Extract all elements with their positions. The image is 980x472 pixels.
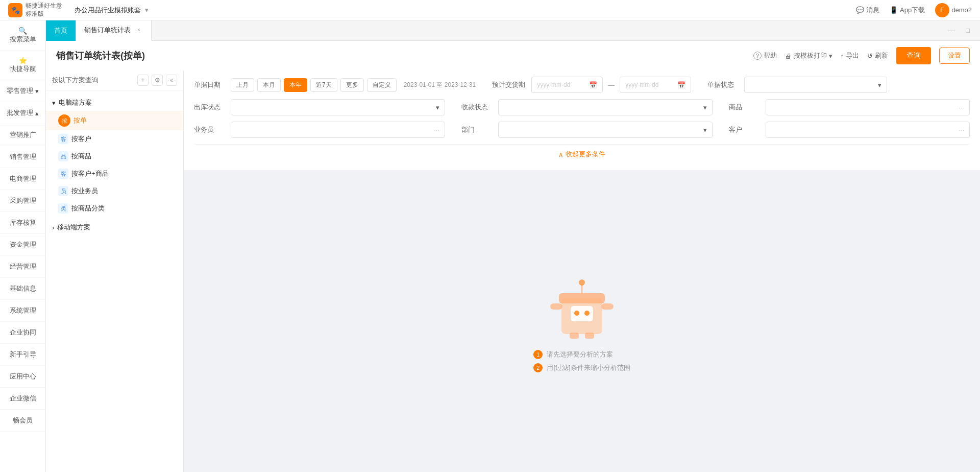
tab-bar: 首页 销售订单统计表 × — □ xyxy=(46,20,980,41)
custom-date-btn[interactable]: 自定义 xyxy=(367,78,397,92)
sidebar-item-enterprise[interactable]: 企业协同 xyxy=(0,322,45,344)
svg-rect-1 xyxy=(559,293,605,303)
sidebar-item-search[interactable]: 🔍 搜索菜单 xyxy=(0,20,45,51)
add-scheme-button[interactable]: + xyxy=(137,75,149,86)
svg-rect-2 xyxy=(571,306,593,321)
salesperson-more-icon: ··· xyxy=(434,126,439,134)
tab-maximize-button[interactable]: □ xyxy=(962,25,974,37)
ship-status-label: 出库状态 xyxy=(194,103,225,112)
sidebar-item-shortcut[interactable]: ⭐ 快捷导航 xyxy=(0,51,45,80)
this-year-btn[interactable]: 本年 xyxy=(284,78,307,92)
help-button[interactable]: ? 帮助 xyxy=(753,51,777,60)
logo-text: 畅捷通好生意 标准版 xyxy=(26,2,62,18)
sidebar-item-wholesale[interactable]: 批发管理 ▴ xyxy=(0,102,45,124)
tree-item-by-goods[interactable]: 品 按商品 xyxy=(46,148,183,165)
tab-minimize-button[interactable]: — xyxy=(945,25,958,37)
expected-date-start[interactable]: yyyy-mm-dd 📅 xyxy=(531,77,603,93)
goods-more-icon: ··· xyxy=(959,104,964,111)
query-button[interactable]: 查询 xyxy=(896,47,931,64)
download-icon: 📱 xyxy=(890,6,898,14)
tree-item-by-order[interactable]: 按 按单 xyxy=(46,111,183,130)
pay-status-select[interactable]: ▾ xyxy=(498,99,713,115)
status-dropdown-icon: ▾ xyxy=(878,81,881,89)
svg-rect-6 xyxy=(585,333,594,339)
tree-mobile-section[interactable]: › 移动端方案 xyxy=(46,219,183,235)
sidebar-item-member[interactable]: 畅会员 xyxy=(0,410,45,432)
date-buttons-group: 上月 本月 本年 近7天 更多 自定义 2023-01-01 至 2023-12… xyxy=(231,78,476,92)
sidebar-item-operations[interactable]: 经营管理 xyxy=(0,256,45,278)
message-button[interactable]: 💬 消息 xyxy=(856,6,879,15)
collapse-conditions-button[interactable]: ∧ 收起更多条件 xyxy=(194,144,970,164)
sidebar-item-inventory[interactable]: 库存核算 xyxy=(0,212,45,234)
sidebar-item-retail[interactable]: 零售管理 ▾ xyxy=(0,80,45,102)
pay-status-dropdown-icon: ▾ xyxy=(703,104,707,111)
empty-tip-1: 1 请先选择要分析的方案 xyxy=(533,350,630,359)
sidebar-item-sales[interactable]: 销售管理 xyxy=(0,146,45,168)
export-icon: ↑ xyxy=(841,52,844,60)
refresh-button[interactable]: ↺ 刷新 xyxy=(867,51,888,60)
sidebar-item-purchase[interactable]: 采购管理 xyxy=(0,190,45,212)
salesperson-label: 业务员 xyxy=(194,125,225,134)
tab-close-icon[interactable]: × xyxy=(135,26,143,34)
print-button[interactable]: 🖨 按模板打印 ▾ xyxy=(785,51,832,60)
filter-row-3: 业务员 ··· 部门 ▾ 客户 xyxy=(194,122,970,138)
tree-pc-section[interactable]: ▾ 电脑端方案 xyxy=(46,95,183,111)
tree-item-by-salesperson[interactable]: 员 按业务员 xyxy=(46,182,183,200)
sidebar-item-appcenter[interactable]: 应用中心 xyxy=(0,366,45,388)
sidebar-item-system[interactable]: 系统管理 xyxy=(0,300,45,322)
refresh-icon: ↺ xyxy=(867,52,873,60)
settings-button[interactable]: 设置 xyxy=(939,48,970,64)
settings-scheme-button[interactable]: ⚙ xyxy=(152,75,163,86)
query-filter-area: 单据日期 上月 本月 本年 近7天 更多 自定义 2023-01-01 至 20… xyxy=(184,70,980,170)
sidebar-item-newuser[interactable]: 新手引导 xyxy=(0,344,45,366)
calendar-icon-end: 📅 xyxy=(677,81,685,89)
tab-home[interactable]: 首页 xyxy=(46,20,76,41)
print-icon: 🖨 xyxy=(785,52,792,60)
svg-rect-5 xyxy=(570,333,579,339)
tree-item-by-category[interactable]: 类 按商品分类 xyxy=(46,200,183,217)
download-button[interactable]: 📱 App下载 xyxy=(890,6,925,15)
status-select[interactable]: ▾ xyxy=(744,77,887,93)
export-button[interactable]: ↑ 导出 xyxy=(841,51,860,60)
app-title[interactable]: 办公用品行业模拟账套 ▾ xyxy=(75,6,149,15)
last-month-btn[interactable]: 上月 xyxy=(231,78,254,92)
tab-sales-report[interactable]: 销售订单统计表 × xyxy=(76,20,152,41)
sidebar-item-wechat[interactable]: 企业微信 xyxy=(0,388,45,410)
customer-label: 客户 xyxy=(729,125,760,134)
tree-item-by-customer-goods[interactable]: 客 按客户+商品 xyxy=(46,165,183,182)
svg-point-4 xyxy=(584,311,590,316)
expected-date-end[interactable]: yyyy-mm-dd 📅 xyxy=(620,77,691,93)
svg-point-10 xyxy=(579,279,585,286)
date-label: 单据日期 xyxy=(194,80,225,89)
user-area[interactable]: E demo2 xyxy=(935,3,972,17)
sidebar-item-finance[interactable]: 资金管理 xyxy=(0,234,45,256)
tree-item-icon-cat: 类 xyxy=(58,203,68,214)
tree-mobile-expand-icon: › xyxy=(52,224,54,231)
tree-item-icon-customer: 客 xyxy=(58,134,68,144)
customer-select[interactable]: ··· xyxy=(766,122,970,138)
ship-status-dropdown-icon: ▾ xyxy=(436,104,439,111)
date-range-text: 2023-01-01 至 2023-12-31 xyxy=(404,81,476,89)
this-month-btn[interactable]: 本月 xyxy=(257,78,281,92)
sidebar-item-basics[interactable]: 基础信息 xyxy=(0,278,45,300)
status-label: 单据状态 xyxy=(707,80,738,89)
date-separator: — xyxy=(606,81,617,89)
last7-btn[interactable]: 近7天 xyxy=(310,78,337,92)
tree-expand-icon: ▾ xyxy=(52,99,56,107)
empty-illustration xyxy=(546,270,618,342)
collapse-panel-button[interactable]: « xyxy=(166,75,177,86)
ship-status-select[interactable]: ▾ xyxy=(231,99,445,115)
tree-item-by-customer[interactable]: 客 按客户 xyxy=(46,130,183,148)
salesperson-select[interactable]: ··· xyxy=(231,122,445,138)
left-panel: 按以下方案查询 + ⚙ « ▾ 电脑端方案 按 xyxy=(46,70,184,472)
left-panel-title: 按以下方案查询 xyxy=(52,76,134,85)
sidebar-item-ecommerce[interactable]: 电商管理 xyxy=(0,168,45,190)
print-arrow-icon: ▾ xyxy=(829,52,832,60)
department-select[interactable]: ▾ xyxy=(498,122,713,138)
goods-select[interactable]: ··· xyxy=(766,99,970,115)
department-dropdown-icon: ▾ xyxy=(703,126,707,134)
empty-tip-2: 2 用[过滤]条件来缩小分析范围 xyxy=(533,363,630,372)
wholesale-expand-icon: ▴ xyxy=(35,109,39,117)
sidebar-item-marketing[interactable]: 营销推广 xyxy=(0,124,45,146)
more-date-btn[interactable]: 更多 xyxy=(340,78,364,92)
